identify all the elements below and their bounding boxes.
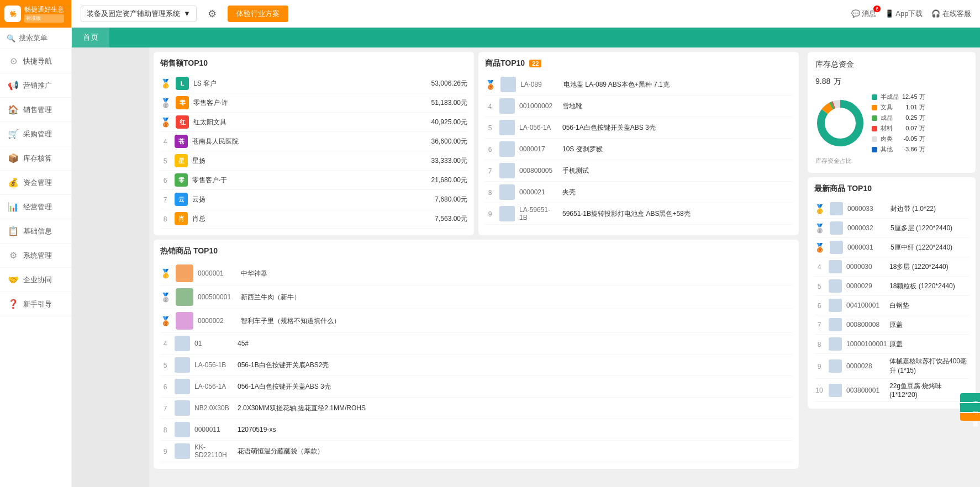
sales-icon: 🏠 [8, 104, 19, 115]
product-thumbnail [499, 184, 515, 200]
sidebar-item-purchase[interactable]: 🛒采购管理 [0, 122, 71, 146]
sidebar-item-sales[interactable]: 🏠销售管理 [0, 98, 71, 122]
product-code: 0000001 [198, 269, 236, 277]
product-code: 0000021 [519, 188, 558, 196]
customer-avatar: 苍 [175, 135, 188, 148]
rank-medal: 7 [814, 321, 824, 329]
medal-silver-icon: 🥈 [160, 98, 171, 108]
marketing-icon: 📢 [8, 80, 19, 91]
new-product-icon [829, 384, 842, 397]
quick-nav-label: 快捷导航 [23, 56, 52, 66]
system-selector[interactable]: 装备及固定资产辅助管理系统 ▼ [81, 6, 197, 22]
app-download-label: App下载 [895, 9, 923, 18]
sidebar-item-marketing[interactable]: 📢营销推广 [0, 73, 71, 98]
new-product-row: 8 10000100001 原盖 [814, 335, 969, 354]
donut-chart [815, 98, 865, 148]
product-name: 18颗粒板 (1220*2440) [889, 282, 969, 291]
new-products-card: 最新商品 TOP10 🥇 0000033 封边带 (1.0*22) 🥈 0000… [808, 177, 976, 409]
product-thumbnail [499, 98, 515, 114]
sidebar-item-finance[interactable]: 💰资金管理 [0, 171, 71, 195]
sales-rank-row: 🥇 L LS 客户 53,006.26元 [160, 74, 467, 93]
system-label: 系统管理 [23, 251, 52, 261]
hot-product-row: 6 LA-056-1A 056-1A白色按键开关盖ABS 3壳 [160, 376, 792, 398]
rank-medal: 🥉 [160, 117, 171, 128]
guide-icon: ❓ [8, 299, 19, 309]
settings-button[interactable]: ⚙ [203, 5, 221, 23]
medal-gold-icon: 🥇 [814, 204, 825, 214]
right-panel: 库存总资金 9.88 万 [803, 47, 980, 487]
product-rank-row: 6 0000017 10S 变刹罗猴 [485, 139, 792, 160]
customer-avatar: 红 [176, 115, 189, 129]
sidebar-item-operations[interactable]: 📊经营管理 [0, 195, 71, 219]
base-label: 基础信息 [23, 226, 52, 236]
headset-icon: 🎧 [931, 9, 940, 18]
rank-medal: 🥈 [160, 98, 171, 108]
legend-value: 1.01 万 [905, 103, 925, 112]
trial-button[interactable]: 体验行业方案 [228, 6, 288, 22]
sales-value: 33,333.00元 [431, 156, 467, 166]
rank-number: 8 [814, 341, 824, 348]
system-name: 装备及固定资产辅助管理系统 [87, 9, 180, 19]
legend-label: 半成品 [881, 93, 899, 101]
rank-number: 5 [160, 157, 170, 165]
medal-bronze-icon: 🥉 [485, 80, 496, 89]
sidebar-item-system[interactable]: ⚙系统管理 [0, 244, 71, 268]
rank-number: 7 [814, 321, 824, 329]
rank-medal: 6 [160, 383, 170, 391]
medal-gold-icon: 🥇 [160, 79, 171, 88]
product-name: 原盖 [889, 320, 969, 330]
middle-panel: 销售额TOP10 🥇 L LS 客户 53,006.26元 🥈 零 零售客户·许… [149, 47, 803, 487]
tab-home[interactable]: 首页 [72, 28, 109, 47]
message-button[interactable]: 💬 消息 6 [851, 9, 877, 19]
product-code: LA-056-1A [194, 383, 233, 390]
sales-label: 销售管理 [23, 105, 52, 115]
product-thumbnail [175, 443, 190, 459]
inventory-title: 库存总资金 [815, 60, 968, 70]
sidebar-item-inventory[interactable]: 📦库存核算 [0, 146, 71, 171]
product-name: 智利车子里（规格不知道填什么） [241, 316, 792, 326]
product-code: 0000032 [847, 224, 886, 232]
legend-item: 材料 0.07 万 [872, 124, 925, 133]
main-area: 装备及固定资产辅助管理系统 ▼ ⚙ 体验行业方案 💬 消息 6 📱 App下载 … [72, 0, 980, 487]
product-name: 12070519-xs [238, 426, 792, 433]
product-code: 0000030 [846, 263, 885, 271]
rank-number: 5 [814, 283, 824, 290]
rank-medal: 🥇 [160, 78, 171, 89]
product-code: NB2.0X30B [194, 404, 233, 412]
medal-silver-icon: 🥈 [160, 293, 171, 302]
rank-medal: 🥈 [160, 292, 171, 303]
sales-ranking-title: 销售额TOP10 [160, 59, 467, 68]
new-product-icon [829, 260, 842, 273]
online-service-label: 在线客服 [942, 9, 971, 18]
rank-number: 5 [485, 124, 495, 132]
product-code: 0000017 [519, 145, 558, 153]
float-service-button[interactable]: 客服热线 [960, 393, 980, 402]
online-service-button[interactable]: 🎧 在线客服 [931, 9, 971, 19]
product-name: 封边带 (1.0*22) [891, 204, 969, 214]
legend-value: 0.25 万 [905, 114, 925, 122]
customer-avatar: L [176, 77, 189, 90]
product-name: 花语萌恒温分蘸蘸袋（厚款） [238, 447, 792, 456]
float-community-button[interactable]: 服务社区 [960, 403, 980, 412]
sidebar-logo: 畅 畅捷通好生意 标准版 [0, 0, 71, 28]
hot-product-row: 🥇 0000001 中华神器 [160, 262, 792, 285]
rank-medal: 9 [160, 447, 170, 456]
operations-icon: 📊 [8, 202, 19, 212]
guide-label: 新手引导 [23, 299, 52, 309]
sidebar-item-quick-nav[interactable]: ⊙快捷导航 [0, 49, 71, 73]
app-download-button[interactable]: 📱 App下载 [885, 9, 923, 19]
sidebar-item-guide[interactable]: ❓新手引导 [0, 292, 71, 316]
legend-label: 材料 [881, 124, 902, 133]
legend-value: 0.07 万 [905, 124, 925, 133]
float-direct-button[interactable]: 直播 [960, 413, 980, 421]
sidebar-item-coop[interactable]: 🤝企业协同 [0, 268, 71, 292]
customer-avatar: 零 [175, 173, 188, 187]
product-code: LA-056-1A [519, 124, 558, 131]
sidebar-item-base[interactable]: 📋基础信息 [0, 219, 71, 244]
search-menu-item[interactable]: 🔍 搜索菜单 [0, 28, 71, 49]
legend-color [872, 105, 877, 110]
topbar-right: 💬 消息 6 📱 App下载 🎧 在线客服 [851, 9, 971, 19]
product-code: LA-59651-1B [519, 206, 558, 221]
product-code: 10000100001 [846, 340, 885, 348]
sales-value: 7,680.00元 [435, 195, 467, 204]
